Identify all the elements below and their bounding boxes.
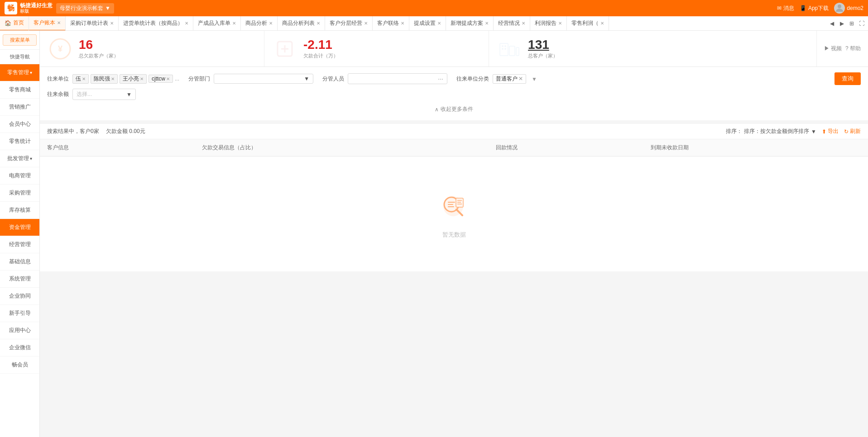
sidebar-item-finance[interactable]: 资金管理 xyxy=(0,219,39,236)
sidebar-item-inventory[interactable]: 库存核算 xyxy=(0,202,39,219)
results-summary: 搜索结果中，客户0家 欠款金额 0.00元 xyxy=(47,128,145,135)
sidebar-item-new-guide[interactable]: 新手引导 xyxy=(0,305,39,322)
unit-tag-cjttcw: cjttcw ✕ xyxy=(149,75,173,83)
empty-state: 暂无数据 xyxy=(47,162,861,266)
sidebar-item-basic-info[interactable]: 基础信息 xyxy=(0,253,39,271)
tab-fullscreen[interactable]: ⛶ xyxy=(857,19,866,28)
tab-scroll-right[interactable]: ▶ xyxy=(837,19,846,28)
svg-rect-16 xyxy=(448,202,455,203)
tab-business-status[interactable]: 经营情况 ✕ xyxy=(494,16,530,31)
sidebar-item-app-center[interactable]: 应用中心 xyxy=(0,322,39,339)
sidebar-item-system[interactable]: 系统管理 xyxy=(0,271,39,288)
tab-close-business-status[interactable]: ✕ xyxy=(522,21,525,26)
tab-close-new-promo[interactable]: ✕ xyxy=(485,21,489,26)
sidebar-quick-nav[interactable]: 快捷导航 xyxy=(0,50,39,64)
tab-purchase-orders[interactable]: 采购订单统计表 ✕ xyxy=(66,16,119,31)
sidebar-item-operations[interactable]: 经营管理 xyxy=(0,236,39,253)
unit-filter-label: 往来单位 xyxy=(47,75,69,83)
tab-product-analysis-list[interactable]: 商品分析列表 ✕ xyxy=(278,16,325,31)
logo-icon: 畅 xyxy=(5,2,17,14)
tab-home[interactable]: 🏠 首页 xyxy=(0,16,29,31)
messages-btn[interactable]: ✉ 消息 xyxy=(777,5,794,12)
tab-product-analysis[interactable]: 商品分析 ✕ xyxy=(241,16,278,31)
stat-debt-values: -2.11 欠款合计（万） xyxy=(303,38,338,60)
sidebar-item-enterprise-collab[interactable]: 企业协同 xyxy=(0,288,39,305)
class-select-arrow[interactable]: ▼ xyxy=(532,76,537,82)
col-overdue-date: 到期未收款日期 xyxy=(643,139,868,157)
sort-select[interactable]: 排序： 排序：按欠款金额倒序排序 ▼ xyxy=(726,128,816,135)
sidebar-search-btn[interactable]: 搜索菜单 xyxy=(3,34,37,46)
unit-tag-cjttcw-close[interactable]: ✕ xyxy=(166,76,170,81)
tab-close-customer-contact[interactable]: ✕ xyxy=(401,21,404,26)
export-btn[interactable]: ⬆ 导出 xyxy=(822,128,839,135)
tab-customer-segment[interactable]: 客户分层经营 ✕ xyxy=(325,16,373,31)
filter-row-2: 往来余额 选择... ▼ xyxy=(47,89,861,100)
unit-tag-wang-close[interactable]: ✕ xyxy=(140,76,144,81)
unit-tag-wu-close[interactable]: ✕ xyxy=(82,76,86,81)
help-btn[interactable]: ? 帮助 xyxy=(845,45,861,52)
filter-more-btn[interactable]: ... xyxy=(175,76,179,82)
person-filter-select[interactable]: ··· xyxy=(348,73,447,84)
video-btn[interactable]: ▶ 视频 xyxy=(824,45,842,52)
tab-customer-contact[interactable]: 客户联络 ✕ xyxy=(373,16,409,31)
svg-rect-11 xyxy=(502,48,504,49)
stat-debtors-number: 16 xyxy=(79,38,119,52)
tab-scroll-left[interactable]: ◀ xyxy=(827,19,836,28)
top-bar-left: 畅 畅捷通好生意 标版 母婴行业演示帐套 ▼ xyxy=(5,2,114,14)
person-filter-dots[interactable]: ··· xyxy=(438,75,443,82)
sidebar-item-retail-store[interactable]: 零售商城 xyxy=(0,81,39,99)
balance-filter-label: 往来余额 xyxy=(47,90,69,98)
message-icon: ✉ xyxy=(777,5,782,11)
refresh-btn[interactable]: ↻ 刷新 xyxy=(844,128,861,135)
tab-close-customer-accounts[interactable]: ✕ xyxy=(57,20,61,25)
tab-close-profit-report[interactable]: ✕ xyxy=(558,21,562,26)
tab-close-product-analysis-list[interactable]: ✕ xyxy=(317,21,320,26)
class-tag-normal-close[interactable]: ✕ xyxy=(518,76,523,82)
tab-expand[interactable]: ⊞ xyxy=(847,19,856,28)
sidebar-item-retail-stats[interactable]: 零售统计 xyxy=(0,133,39,150)
tab-close-promotion-settings[interactable]: ✕ xyxy=(437,21,441,26)
sidebar-item-member-center[interactable]: 会员中心 xyxy=(0,116,39,133)
person-filter-label: 分管人员 xyxy=(322,75,344,83)
unit-tag-chen-close[interactable]: ✕ xyxy=(111,76,115,81)
tab-close-customer-segment[interactable]: ✕ xyxy=(364,21,368,26)
sidebar-item-ecommerce[interactable]: 电商管理 xyxy=(0,167,39,185)
chevron-icon: ▾ xyxy=(30,70,32,75)
user-avatar-btn[interactable]: demo2 xyxy=(834,3,863,14)
tab-inventory-stats[interactable]: 进货单统计表（按商品） ✕ xyxy=(119,16,193,31)
sidebar: 搜索菜单 快捷导航 零售管理 ▾ 零售商城 营销推广 会员中心 零售统计 批发管… xyxy=(0,31,40,437)
sidebar-item-marketing[interactable]: 营销推广 xyxy=(0,99,39,116)
sidebar-item-vip[interactable]: 畅会员 xyxy=(0,356,39,374)
svg-text:¥: ¥ xyxy=(58,44,62,53)
sidebar-search-area: 搜索菜单 xyxy=(0,31,39,50)
tab-customer-accounts[interactable]: 客户账本 ✕ xyxy=(29,16,66,31)
filter-area: 往来单位 伍 ✕ 陈民强 ✕ 王小亮 ✕ cjttcw xyxy=(40,67,868,120)
tab-close-inventory-stats[interactable]: ✕ xyxy=(185,21,188,26)
tab-close-product-instock[interactable]: ✕ xyxy=(232,21,236,26)
org-selector[interactable]: 母婴行业演示帐套 ▼ xyxy=(56,3,114,14)
sidebar-item-wholesale-mgmt[interactable]: 批发管理 ▾ xyxy=(0,150,39,167)
data-table-wrapper: 客户信息 欠款交易信息（占比） 回款情况 到期未收款日期 xyxy=(40,139,868,272)
tab-promotion-settings[interactable]: 提成设置 ✕ xyxy=(409,16,446,31)
sidebar-item-enterprise-wechat[interactable]: 企业微信 xyxy=(0,339,39,356)
tab-close-retail-profit[interactable]: ✕ xyxy=(600,21,604,26)
tab-product-instock[interactable]: 产成品入库单 ✕ xyxy=(193,16,241,31)
svg-rect-7 xyxy=(509,46,515,56)
balance-filter-select[interactable]: 选择... ▼ xyxy=(72,89,136,100)
data-table: 客户信息 欠款交易信息（占比） 回款情况 到期未收款日期 xyxy=(40,139,868,272)
dept-filter-select[interactable]: ▼ xyxy=(214,74,313,84)
tab-new-promo[interactable]: 新增提成方案 ✕ xyxy=(446,16,494,31)
filter-collapse-btn[interactable]: ∧ 收起更多条件 xyxy=(47,104,861,115)
sidebar-item-purchase[interactable]: 采购管理 xyxy=(0,185,39,202)
svg-rect-17 xyxy=(448,204,453,205)
app-download-btn[interactable]: 📱 App下载 xyxy=(800,5,829,12)
sidebar-item-retail-mgmt[interactable]: 零售管理 ▾ xyxy=(0,64,39,81)
logo-text: 畅捷通好生意 标版 xyxy=(20,2,53,14)
tab-controls: ◀ ▶ ⊞ ⛶ xyxy=(827,19,868,28)
tab-profit-report[interactable]: 利润报告 ✕ xyxy=(530,16,567,31)
tab-close-purchase-orders[interactable]: ✕ xyxy=(110,21,114,26)
tab-retail-profit[interactable]: 零售利润（ ✕ xyxy=(567,16,609,31)
stat-customers-values: 131 总客户（家） xyxy=(528,38,558,60)
tab-close-product-analysis[interactable]: ✕ xyxy=(269,21,273,26)
search-button[interactable]: 查询 xyxy=(834,72,861,85)
